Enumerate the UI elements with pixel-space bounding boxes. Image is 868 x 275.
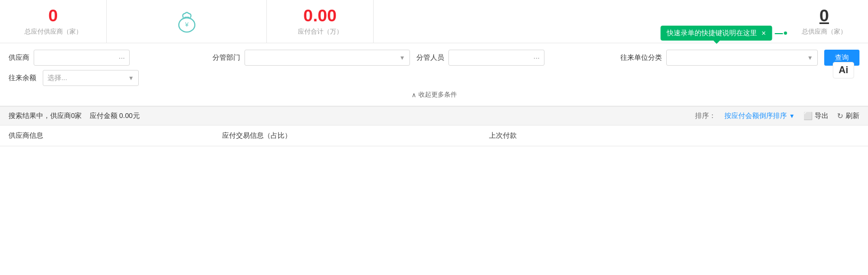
stat-total-payable-suppliers: 0 总应付供应商（家） [0,0,107,43]
unit-category-chevron-icon: ▼ [807,54,813,61]
sort-label: 排序： [695,111,716,121]
total-payable-suppliers-label: 总应付供应商（家） [25,27,82,36]
table-header: 供应商信息 应付交易信息（占比） 上次付款 [0,125,868,146]
refresh-label: 刷新 [846,111,859,121]
supplier-input[interactable]: ··· [34,50,130,66]
balance-chevron-icon: ▼ [128,75,134,81]
svg-text:¥: ¥ [184,21,188,28]
department-label: 分管部门 [212,53,240,62]
filter-row-2: 往来余额 选择... ▼ [9,70,859,86]
export-btn[interactable]: ⬜ 导出 [803,111,828,121]
stats-bar: 0 总应付供应商（家） ¥ 0.00 [0,0,868,253]
department-filter-group: 分管部门 ▼ [212,50,410,66]
refresh-icon: ↻ [837,112,843,120]
collapse-btn-label: 收起更多条件 [419,90,457,99]
department-chevron-icon: ▼ [399,54,405,61]
money-bag-icon: ¥ [171,5,203,37]
result-actions: 排序： 按应付会额倒序排序 ▼ ⬜ 导出 ↻ 刷新 [695,111,859,121]
payable-total-value: 0.00 [303,6,336,25]
refresh-btn[interactable]: ↻ 刷新 [837,111,859,121]
filter-bar: 供应商 ··· 分管部门 ▼ 分管人员 ··· [0,43,868,106]
department-select[interactable]: ▼ [244,50,410,66]
person-label: 分管人员 [416,53,444,62]
table-body [0,146,868,253]
supplier-filter-group: 供应商 ··· [9,50,206,66]
supplier-label: 供应商 [9,53,29,62]
total-payable-suppliers-value: 0 [49,6,58,25]
ai-badge[interactable]: Ai [833,62,854,78]
unit-category-label: 往来单位分类 [620,53,662,62]
table-col3-header: 上次付款 [489,131,859,140]
export-icon: ⬜ [803,112,812,120]
balance-label: 往来余额 [9,73,36,83]
person-more-btn[interactable]: ··· [533,53,540,62]
stat-all-suppliers: 0 总供应商（家） [780,1,868,42]
payable-total-label: 应付合计（万） [298,27,343,36]
table-col1-header: 供应商信息 [9,131,222,140]
unit-category-filter-group: 往来单位分类 ▼ [620,50,818,66]
tooltip-close-btn[interactable]: × [761,29,766,37]
sort-value: 按应付会额倒序排序 [724,111,787,121]
unit-category-select[interactable]: ▼ [666,50,818,66]
result-amount-text: 应付金额 0.00元 [90,112,140,120]
person-filter-group: 分管人员 ··· [416,50,614,66]
result-bar: 搜索结果中，供应商0家 应付金额 0.00元 排序： 按应付会额倒序排序 ▼ ⬜… [0,107,868,125]
export-label: 导出 [815,111,828,121]
balance-select[interactable]: 选择... ▼ [43,70,139,86]
result-info-text: 搜索结果中，供应商0家 [9,112,82,120]
balance-placeholder: 选择... [48,73,67,83]
all-suppliers-label: 总供应商（家） [802,27,847,36]
filter-row-1: 供应商 ··· 分管部门 ▼ 分管人员 ··· [9,50,859,66]
result-info: 搜索结果中，供应商0家 应付金额 0.00元 [9,111,140,121]
sort-chevron-icon: ▼ [789,113,795,119]
person-input[interactable]: ··· [448,50,545,66]
tooltip-dot [783,30,788,36]
all-suppliers-value: 0 [819,6,829,25]
sort-select[interactable]: 按应付会额倒序排序 ▼ [724,111,795,121]
supplier-more-btn[interactable]: ··· [119,53,125,62]
middle-stat-section: ¥ [107,0,267,43]
collapse-up-icon: ∧ [412,91,416,99]
tooltip-balloon: 快速录单的快捷键说明在这里 × [660,26,772,41]
collapse-btn[interactable]: ∧ 收起更多条件 [405,88,463,101]
tooltip-text: 快速录单的快捷键说明在这里 [667,28,757,38]
stats-right: 快速录单的快捷键说明在这里 × 0 总供应商（家） [374,0,868,43]
table-col2-header: 应付交易信息（占比） [222,131,489,140]
collapse-row: ∧ 收起更多条件 [9,88,859,101]
stat-payable-total: 0.00 应付合计（万） [267,0,374,43]
